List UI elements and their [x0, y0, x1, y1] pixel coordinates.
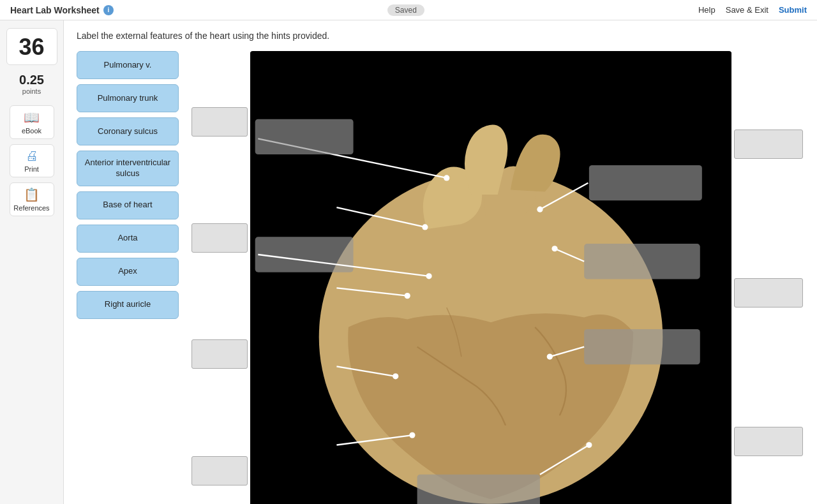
- drop-zone-right-2[interactable]: [734, 278, 803, 308]
- header-left: Heart Lab Worksheet i: [10, 5, 114, 15]
- svg-point-20: [393, 373, 398, 379]
- label-btn-apex[interactable]: Apex: [77, 258, 179, 286]
- drop-zone-left-3[interactable]: [191, 339, 248, 369]
- svg-rect-3: [584, 244, 700, 279]
- labels-column: Pulmonary v. Pulmonary trunk Coronary su…: [77, 51, 179, 504]
- label-btn-pulmonary-trunk[interactable]: Pulmonary trunk: [77, 84, 179, 112]
- svg-point-16: [422, 224, 428, 230]
- svg-point-24: [444, 175, 449, 181]
- points-value: 0.25: [19, 73, 44, 87]
- drop-zone-left-2[interactable]: [191, 223, 248, 253]
- label-btn-anterior-iv[interactable]: Anterior interventricular sulcus: [77, 151, 179, 186]
- sidebar: 36 0.25 points 📖 eBook 🖨 Print 📋 Referen…: [0, 20, 64, 504]
- main-layout: 36 0.25 points 📖 eBook 🖨 Print 📋 Referen…: [0, 20, 817, 504]
- svg-rect-2: [589, 165, 702, 200]
- ebook-label: eBook: [22, 127, 41, 135]
- submit-button[interactable]: Submit: [779, 5, 807, 15]
- drop-zone-left-4[interactable]: [191, 456, 248, 485]
- drop-zone-right-3[interactable]: [734, 427, 803, 456]
- references-button[interactable]: 📋 References: [10, 182, 54, 216]
- svg-point-22: [409, 433, 415, 438]
- label-btn-right-auricle[interactable]: Right auricle: [77, 291, 179, 319]
- label-btn-base[interactable]: Base of heart: [77, 191, 179, 219]
- references-label: References: [13, 204, 49, 212]
- svg-point-11: [547, 353, 553, 359]
- score-box: 36: [6, 28, 57, 65]
- svg-rect-25: [255, 119, 354, 154]
- label-btn-coronary-sulcus[interactable]: Coronary sulcus: [77, 117, 179, 145]
- points-label: points: [19, 87, 44, 95]
- heart-diagram-svg: [250, 51, 731, 504]
- references-icon: 📋: [24, 187, 40, 202]
- print-button[interactable]: 🖨 Print: [10, 144, 54, 177]
- heart-image-container: [250, 51, 731, 504]
- svg-point-13: [586, 442, 592, 448]
- ebook-button[interactable]: 📖 eBook: [10, 105, 54, 139]
- instruction-text: Label the external features of the heart…: [77, 31, 804, 41]
- save-exit-button[interactable]: Save & Exit: [726, 5, 768, 15]
- score-number: 36: [10, 34, 54, 61]
- label-btn-aorta[interactable]: Aorta: [77, 225, 179, 253]
- svg-rect-5: [417, 475, 540, 504]
- header: Heart Lab Worksheet i Saved Help Save & …: [0, 0, 817, 20]
- page-title: Heart Lab Worksheet: [10, 5, 100, 15]
- svg-point-18: [405, 293, 410, 299]
- svg-point-28: [426, 273, 431, 279]
- svg-rect-4: [584, 329, 700, 364]
- ebook-icon: 📖: [24, 110, 40, 125]
- print-icon: 🖨: [26, 149, 38, 163]
- content-area: Label the external features of the heart…: [64, 20, 817, 504]
- label-btn-pulmonary-v[interactable]: Pulmonary v.: [77, 51, 179, 79]
- info-icon[interactable]: i: [103, 5, 114, 15]
- svg-point-9: [551, 246, 557, 251]
- svg-rect-26: [255, 237, 354, 272]
- points-section: 0.25 points: [19, 73, 44, 95]
- drop-zone-left-1[interactable]: [191, 107, 248, 137]
- help-button[interactable]: Help: [698, 5, 716, 15]
- drop-zones-right: [734, 51, 804, 504]
- workspace: Pulmonary v. Pulmonary trunk Coronary su…: [77, 51, 804, 504]
- svg-point-7: [537, 207, 543, 212]
- drop-zone-right-1[interactable]: [734, 130, 803, 159]
- saved-badge: Saved: [387, 4, 424, 16]
- header-right: Help Save & Exit Submit: [698, 5, 807, 15]
- drop-zones-left: [191, 51, 248, 504]
- print-label: Print: [24, 165, 39, 173]
